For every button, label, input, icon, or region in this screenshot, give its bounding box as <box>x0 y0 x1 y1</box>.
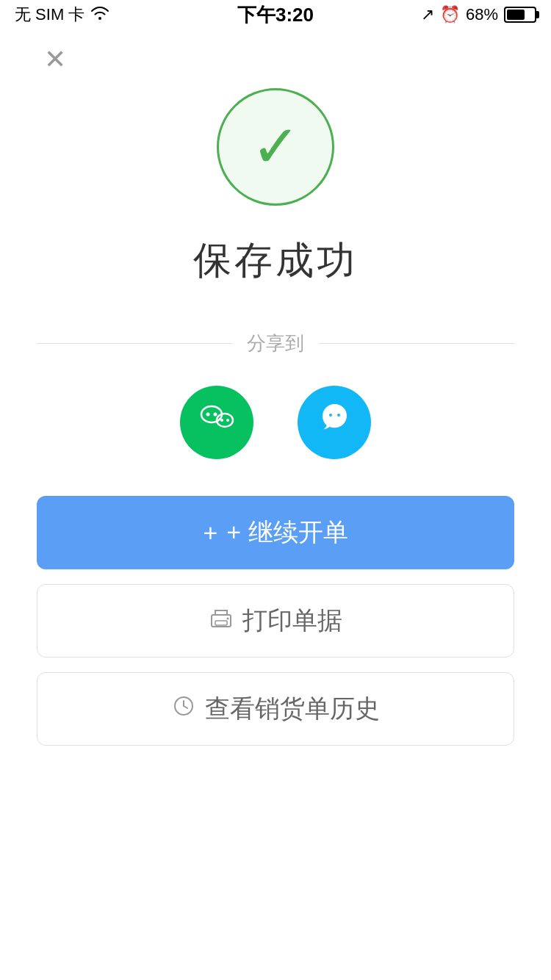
history-button[interactable]: 查看销货单历史 <box>37 672 514 746</box>
svg-point-3 <box>213 412 217 416</box>
print-icon <box>209 606 234 636</box>
battery-icon <box>504 7 536 23</box>
share-divider-row: 分享到 <box>37 331 514 356</box>
svg-point-8 <box>227 617 229 619</box>
share-label: 分享到 <box>247 331 304 356</box>
sim-status: 无 SIM 卡 <box>15 4 84 26</box>
success-circle: ✓ <box>217 88 334 206</box>
continue-button[interactable]: + + 继续开单 <box>37 496 514 569</box>
location-icon: ↗ <box>421 5 434 24</box>
wifi-icon <box>90 5 109 24</box>
svg-point-0 <box>201 406 222 422</box>
continue-label: + 继续开单 <box>226 516 347 550</box>
status-right: ↗ ⏰ 68% <box>421 5 536 24</box>
checkmark-icon: ✓ <box>251 118 300 176</box>
success-title: 保存成功 <box>193 235 358 287</box>
main-content: ✓ 保存成功 分享到 <box>0 29 551 760</box>
qq-icon <box>314 398 355 447</box>
status-time: 下午3:20 <box>237 2 314 28</box>
wechat-share-button[interactable] <box>180 386 253 459</box>
print-button[interactable]: 打印单据 <box>37 584 514 657</box>
plus-icon: + <box>203 519 217 547</box>
alarm-icon: ⏰ <box>440 5 460 24</box>
close-icon: ✕ <box>44 46 66 73</box>
svg-point-5 <box>226 419 229 422</box>
status-left: 无 SIM 卡 <box>15 4 109 26</box>
history-label: 查看销货单历史 <box>205 692 380 726</box>
wechat-icon <box>197 398 237 447</box>
share-section: 分享到 <box>0 331 551 459</box>
divider-right <box>319 343 514 344</box>
share-icons-row <box>37 386 514 459</box>
svg-point-2 <box>206 412 209 416</box>
divider-left <box>37 343 232 344</box>
svg-rect-7 <box>215 621 227 625</box>
qq-share-button[interactable] <box>298 386 371 459</box>
close-button[interactable]: ✕ <box>37 41 73 78</box>
print-label: 打印单据 <box>242 604 342 638</box>
battery-percent: 68% <box>466 5 498 24</box>
svg-point-4 <box>220 419 223 422</box>
history-icon <box>171 693 196 724</box>
action-buttons: + + 继续开单 打印单据 查看销货单历 <box>0 496 551 760</box>
status-bar: 无 SIM 卡 下午3:20 ↗ ⏰ 68% <box>0 0 551 29</box>
